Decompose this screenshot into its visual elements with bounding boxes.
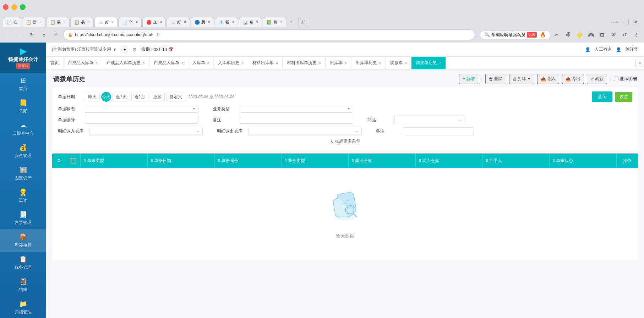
- menu-btn[interactable]: ⋮: [631, 30, 641, 40]
- tab-close-10[interactable]: ×: [405, 61, 407, 65]
- company-selector[interactable]: (勿删勿禁用) 江西服宝测试专用 ▼: [52, 46, 117, 52]
- th-business-type[interactable]: ⇅ 业务类型: [282, 154, 349, 168]
- th-handler[interactable]: ⇅ 经手人: [483, 154, 550, 168]
- tab-material-out-history[interactable]: 材料出库单历史 ×: [283, 57, 326, 69]
- window-minimize[interactable]: [11, 4, 17, 10]
- collapse-filters-btn[interactable]: ∧ 收起更多条件: [330, 138, 360, 144]
- warehouse-out-selector[interactable]: ···: [248, 127, 362, 135]
- sidebar-item-invoice[interactable]: 🧾 发票管理: [0, 207, 46, 229]
- tab-product-in-history[interactable]: 产成品入库单历史 ×: [102, 57, 149, 69]
- tab-product-in[interactable]: 产成品入库单 ×: [64, 57, 102, 69]
- browser-tab-2[interactable]: 📋 新 ×: [22, 17, 45, 27]
- th-settings[interactable]: ⚙: [52, 154, 66, 168]
- date-7days[interactable]: 近7天: [113, 93, 130, 101]
- refresh-browser-btn[interactable]: ↻: [27, 30, 37, 40]
- browser-tab-6[interactable]: 🔴 企 ×: [142, 17, 166, 27]
- tab-close-7[interactable]: ×: [319, 61, 321, 65]
- order-no-input[interactable]: [85, 116, 198, 124]
- brightness-btn[interactable]: ☀: [608, 30, 618, 40]
- remark2-input[interactable]: [403, 127, 474, 135]
- date-yesterday[interactable]: 昨天: [85, 93, 100, 101]
- tab-close-4[interactable]: ×: [207, 61, 209, 65]
- home-btn[interactable]: ⌂: [39, 30, 49, 40]
- tab-out-order[interactable]: 出库单 ×: [326, 57, 351, 69]
- header-checkbox[interactable]: [71, 158, 76, 163]
- business-type-select[interactable]: [240, 105, 353, 113]
- date-1month[interactable]: 近1月: [131, 93, 149, 101]
- forward-btn[interactable]: →: [15, 30, 25, 40]
- browser-tab-8[interactable]: 🔵 腾 ×: [191, 17, 214, 27]
- new-btn[interactable]: + 新增: [459, 74, 478, 84]
- tab-close-9[interactable]: ×: [379, 61, 381, 65]
- scissors-btn[interactable]: ✂: [552, 30, 562, 40]
- tab-out-history[interactable]: 出库单历史 ×: [351, 57, 386, 69]
- setting-btn[interactable]: 设置: [615, 92, 632, 102]
- th-order-date[interactable]: ⇅ 单据日期: [148, 154, 215, 168]
- display-checkbox[interactable]: [614, 77, 618, 81]
- import-btn[interactable]: 📥 导入: [537, 74, 559, 84]
- sidebar-item-funds[interactable]: 💰 资金管理: [0, 140, 46, 162]
- browser-tab-1[interactable]: 📄 在: [3, 17, 21, 27]
- sidebar-item-closing[interactable]: 📓 结账: [0, 274, 46, 296]
- translate-btn[interactable]: 译: [563, 30, 573, 40]
- export-btn[interactable]: 📤 导出: [562, 74, 584, 84]
- bookmark-btn[interactable]: ☆: [51, 30, 61, 40]
- goods-dots[interactable]: ···: [458, 117, 462, 123]
- warehouse-in-dots[interactable]: ···: [195, 128, 200, 134]
- tab-close-2[interactable]: ×: [143, 61, 145, 65]
- remark-input[interactable]: [240, 116, 353, 124]
- th-order-status[interactable]: ⇅ 单账状态: [550, 154, 617, 168]
- browser-search[interactable]: 🔍 学霸应聘场驱鸟员 热搜 🔥: [480, 30, 550, 39]
- date-more[interactable]: 更多: [150, 93, 165, 101]
- tab-in-history[interactable]: 入库单历史 ×: [214, 57, 248, 69]
- sidebar-item-tax[interactable]: 📋 税务管理: [0, 252, 46, 274]
- browser-tab-4[interactable]: 📋 易 ×: [70, 17, 94, 27]
- goods-input[interactable]: [398, 117, 457, 122]
- th-in-warehouse[interactable]: ⇅ 调入仓库: [416, 154, 483, 168]
- window-maximize[interactable]: [20, 4, 26, 10]
- tab-close-1[interactable]: ×: [95, 61, 98, 65]
- tab-close-6[interactable]: ×: [276, 61, 278, 65]
- sidebar-item-ledger[interactable]: 📒 总账: [0, 95, 46, 118]
- sidebar-item-cloud-report[interactable]: ☁ 云报表中心: [0, 118, 46, 140]
- tab-close-11[interactable]: ×: [439, 61, 441, 65]
- print-btn[interactable]: 🖨 打印 ▼: [509, 74, 534, 84]
- th-order-type[interactable]: ⇅ 单账类型: [81, 154, 148, 168]
- browser-tab-7[interactable]: ☁️ 好 ×: [167, 17, 190, 27]
- tab-in-order[interactable]: 入库单 ×: [188, 57, 214, 69]
- wallet-btn[interactable]: 🌟: [574, 30, 584, 40]
- tab-close-3[interactable]: ×: [181, 61, 184, 65]
- add-company-btn[interactable]: +: [121, 46, 128, 53]
- display-toggle[interactable]: 显示明细: [614, 76, 637, 82]
- refresh-btn[interactable]: ↺ 刷新: [587, 74, 607, 84]
- date-today[interactable]: 今天: [101, 92, 111, 102]
- th-out-warehouse[interactable]: ⇅ 调出仓库: [349, 154, 416, 168]
- calendar-icon[interactable]: 📅: [168, 47, 174, 52]
- sidebar-item-payroll[interactable]: 👷 工资: [0, 185, 46, 207]
- tab-material-out[interactable]: 材料出库单 ×: [248, 57, 283, 69]
- search-btn[interactable]: 查询: [592, 91, 612, 102]
- tab-close-8[interactable]: ×: [345, 61, 347, 65]
- warehouse-out-input[interactable]: [251, 129, 353, 134]
- browser-tab-9[interactable]: 📧 畅 ×: [215, 17, 238, 27]
- warehouse-in-selector[interactable]: ···: [89, 127, 203, 135]
- new-tab-btn[interactable]: +: [287, 17, 297, 27]
- game-btn[interactable]: 🎮: [586, 30, 596, 40]
- warehouse-out-dots[interactable]: ···: [354, 128, 359, 134]
- delete-btn[interactable]: 🗑 删除: [485, 74, 506, 84]
- address-bar[interactable]: 🔒 https://cloud.chanjet.com/accounting/u…: [63, 29, 475, 40]
- sidebar-item-inventory[interactable]: 📦 库存核算: [0, 229, 46, 252]
- sidebar-item-home[interactable]: ⊞ 首页: [0, 73, 46, 95]
- grid-btn[interactable]: ⊞: [597, 30, 607, 40]
- tab-transfer-history[interactable]: 调拨单历史 ×: [411, 57, 446, 69]
- browser-tab-10[interactable]: 📊 各 ×: [239, 17, 262, 27]
- tab-count[interactable]: 12: [298, 17, 308, 27]
- close-window-btn[interactable]: ×: [631, 17, 641, 27]
- tab-product-in2[interactable]: 产成品入库单 ×: [149, 57, 188, 69]
- date-custom[interactable]: 自定义: [166, 93, 185, 101]
- window-close[interactable]: [3, 4, 9, 10]
- browser-tab-active[interactable]: ☁️ 好 ×: [94, 17, 118, 27]
- back-btn[interactable]: ←: [3, 30, 13, 40]
- th-checkbox[interactable]: [66, 154, 81, 168]
- browser-tab-11[interactable]: 📗 目 ×: [263, 17, 286, 27]
